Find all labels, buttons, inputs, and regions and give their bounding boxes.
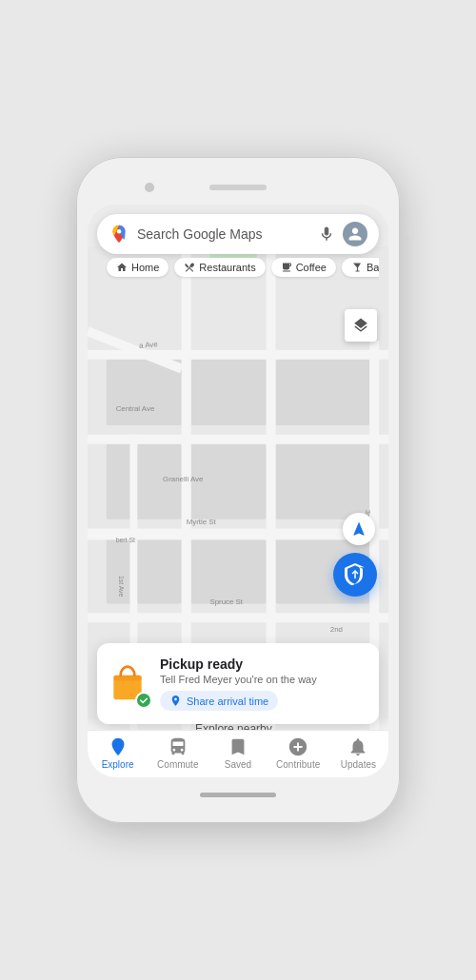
commute-nav-icon: [168, 736, 188, 757]
chip-coffee[interactable]: Coffee: [271, 258, 336, 277]
bottom-nav: Explore Commute: [88, 730, 388, 777]
svg-rect-7: [276, 444, 370, 519]
share-icon: [169, 695, 182, 707]
pickup-icon-wrap: [107, 661, 149, 707]
explore-nav-icon: [108, 736, 129, 757]
pickup-subtitle: Tell Fred Meyer you're on the way: [160, 674, 366, 685]
navigation-icon: [350, 520, 367, 538]
phone-screen: a Ave Central Ave Granelli Ave Myrtle St…: [88, 205, 388, 777]
svg-text:2nd: 2nd: [330, 625, 343, 634]
svg-rect-32: [113, 675, 141, 680]
map-area: a Ave Central Ave Granelli Ave Myrtle St…: [88, 205, 388, 777]
svg-text:bert St: bert St: [116, 537, 135, 543]
svg-text:Central Ave: Central Ave: [116, 404, 155, 413]
maps-logo-icon: [109, 224, 129, 245]
front-camera: [145, 183, 154, 192]
nav-item-explore[interactable]: Explore: [94, 736, 142, 770]
nav-item-contribute[interactable]: Contribute: [274, 736, 322, 770]
svg-point-30: [117, 229, 122, 234]
saved-nav-icon: [228, 736, 248, 757]
contribute-nav-label: Contribute: [276, 759, 320, 770]
svg-rect-4: [276, 360, 370, 425]
updates-nav-icon: [347, 736, 368, 757]
updates-nav-label: Updates: [341, 759, 376, 770]
layers-icon: [352, 317, 369, 334]
nav-item-updates[interactable]: Updates: [334, 736, 382, 770]
explore-nav-label: Explore: [102, 759, 134, 770]
pickup-card: Pickup ready Tell Fred Meyer you're on t…: [97, 643, 379, 724]
pickup-title: Pickup ready: [160, 657, 366, 672]
phone-frame: a Ave Central Ave Granelli Ave Myrtle St…: [76, 157, 400, 823]
chip-bars[interactable]: Bars: [342, 258, 379, 277]
svg-rect-9: [191, 538, 267, 603]
phone-top-bar: [88, 174, 388, 201]
map-layer-button[interactable]: [345, 309, 377, 342]
saved-nav-label: Saved: [225, 759, 251, 770]
user-avatar[interactable]: [343, 222, 367, 246]
compass-button[interactable]: [343, 513, 375, 545]
commute-nav-label: Commute: [157, 759, 198, 770]
chip-restaurants[interactable]: Restaurants: [174, 258, 265, 277]
search-bar[interactable]: Search Google Maps: [97, 214, 379, 254]
phone-bottom-bar: [88, 783, 388, 806]
search-input-text[interactable]: Search Google Maps: [137, 226, 310, 242]
home-indicator[interactable]: [200, 793, 276, 797]
contribute-nav-icon: [288, 736, 308, 757]
speaker: [209, 185, 267, 190]
svg-text:Spruce St: Spruce St: [209, 598, 243, 606]
share-arrival-button[interactable]: Share arrival time: [160, 691, 278, 711]
svg-text:1st Ave: 1st Ave: [118, 576, 125, 598]
pickup-content: Pickup ready Tell Fred Meyer you're on t…: [160, 657, 366, 711]
svg-text:a Ave: a Ave: [139, 340, 159, 350]
chip-home[interactable]: Home: [107, 258, 169, 277]
svg-text:Myrtle St: Myrtle St: [187, 518, 217, 526]
navigation-fab[interactable]: [333, 553, 377, 597]
svg-rect-3: [191, 360, 267, 425]
svg-point-33: [115, 742, 120, 747]
turn-icon: [344, 563, 367, 586]
filter-chips: Home Restaurants Coffee Bars: [97, 254, 379, 281]
checkmark-icon: [139, 696, 149, 705]
check-badge: [135, 692, 152, 709]
nav-item-saved[interactable]: Saved: [214, 736, 262, 770]
svg-text:Granelli Ave: Granelli Ave: [163, 475, 204, 483]
mic-icon[interactable]: [318, 225, 335, 243]
nav-item-commute[interactable]: Commute: [154, 736, 202, 770]
search-overlay: Search Google Maps Home: [88, 205, 388, 286]
